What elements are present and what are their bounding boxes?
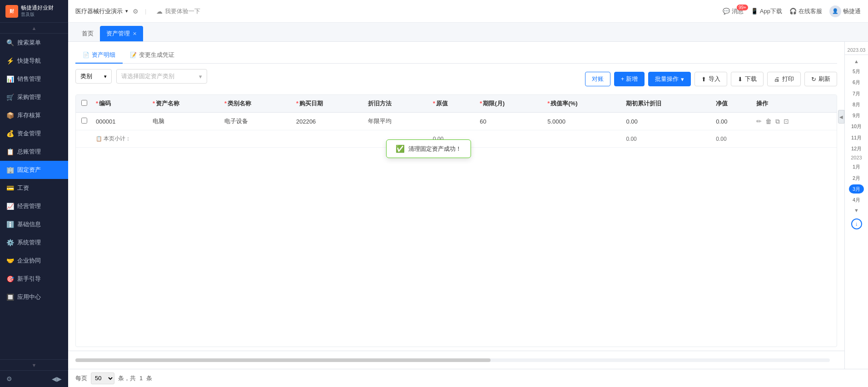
sidebar-item-fixedassets[interactable]: 🏢 固定资产 xyxy=(0,161,68,179)
panel-month-6[interactable]: 6月 xyxy=(845,77,868,88)
panel-month-11[interactable]: 11月 xyxy=(845,132,868,143)
panel-month-7[interactable]: 7月 xyxy=(845,88,868,99)
add-new-button[interactable]: + 新增 xyxy=(614,72,645,86)
sidebar-item-basicinfo[interactable]: ℹ️ 基础信息 xyxy=(0,215,68,233)
table-footer xyxy=(68,351,844,369)
category-input[interactable]: 请选择固定资产类别 ▾ xyxy=(116,69,207,84)
delete-icon[interactable]: 🗑 xyxy=(765,118,772,125)
panel-month-8[interactable]: 8月 xyxy=(845,99,868,110)
panel-month-9[interactable]: 9月 xyxy=(845,110,868,121)
sidebar-item-label: 固定资产 xyxy=(17,166,41,174)
sidebar-footer: ⚙ ◀▶ xyxy=(0,370,68,387)
sidebar-item-label: 搜索菜单 xyxy=(17,39,41,47)
app-download-button[interactable]: 📱 App下载 xyxy=(751,7,782,15)
appcenter-icon: 🔲 xyxy=(6,293,14,301)
detail-icon: 📄 xyxy=(83,52,89,58)
more-icon[interactable]: ⊡ xyxy=(784,118,789,125)
main-area: 医疗器械行业演示 ▾ ⚙ | ☁ 我要体验一下 💬 消息 99+ 📱 App下载… xyxy=(68,0,868,387)
tab-home[interactable]: 首页 xyxy=(75,26,100,41)
subtotal-net-value: 0.00 xyxy=(712,130,752,148)
cell-net-value: 0.00 xyxy=(712,113,752,130)
toolbar: 类别 ▾ 请选择固定资产类别 ▾ 对账 + 新增 xyxy=(75,69,837,89)
user-menu[interactable]: 👤 畅捷通 xyxy=(829,5,861,17)
panel-action-icon[interactable]: ↓ xyxy=(851,218,862,229)
chevron-down-icon: ▾ xyxy=(125,8,128,14)
service-icon: 🎧 xyxy=(789,8,797,15)
settings-icon[interactable]: ⚙ xyxy=(6,375,12,382)
collapse-icon[interactable]: ◀▶ xyxy=(52,375,62,382)
sidebar-item-payroll[interactable]: 💳 工资 xyxy=(0,179,68,197)
panel-down-arrow[interactable]: ▼ xyxy=(852,206,861,215)
per-page-select[interactable]: 50 100 200 xyxy=(91,372,114,384)
edition-label: 普及版 xyxy=(21,11,54,18)
category-filter[interactable]: 类别 ▾ xyxy=(75,69,112,84)
inventory-icon: 📦 xyxy=(6,112,14,119)
asset-table: *编码 *资产名称 *类别名称 *购买日期 折旧方法 *原值 *期限(月) *残… xyxy=(75,94,837,347)
topbar: 医疗器械行业演示 ▾ ⚙ | ☁ 我要体验一下 💬 消息 99+ 📱 App下载… xyxy=(68,0,868,23)
reconcile-button[interactable]: 对账 xyxy=(585,72,610,86)
sidebar-item-appcenter[interactable]: 🔲 应用中心 xyxy=(0,288,68,306)
panel-month-1[interactable]: 1月 xyxy=(845,161,868,172)
panel-period-header: 2023.03 xyxy=(845,45,868,55)
panel-month-5[interactable]: 5月 xyxy=(845,66,868,77)
separator: | xyxy=(145,8,146,15)
row-checkbox-cell[interactable] xyxy=(76,113,92,130)
panel-month-2[interactable]: 2月 xyxy=(845,173,868,184)
select-all-checkbox[interactable] xyxy=(81,100,87,106)
print-button[interactable]: 🖨 打印 xyxy=(767,72,801,86)
sidebar-item-inventory[interactable]: 📦 库存核算 xyxy=(0,106,68,124)
import-icon: ⬆ xyxy=(701,76,706,83)
quicknav-icon: ⚡ xyxy=(6,57,14,64)
cell-accumulated-depreciation: 0.00 xyxy=(622,113,712,130)
col-category: *类别名称 xyxy=(221,95,293,113)
sidebar-item-finance[interactable]: 💰 资金管理 xyxy=(0,124,68,143)
sidebar-item-system[interactable]: ⚙️ 系统管理 xyxy=(0,233,68,252)
sidebar-item-search[interactable]: 🔍 搜索菜单 xyxy=(0,34,68,52)
total-unit: 条 xyxy=(146,374,152,382)
import-button[interactable]: ⬆ 导入 xyxy=(694,72,727,86)
sidebar-item-quicknav[interactable]: ⚡ 快捷导航 xyxy=(0,52,68,70)
edit-icon[interactable]: ✏ xyxy=(756,118,762,125)
message-button[interactable]: 💬 消息 99+ xyxy=(723,7,744,15)
tab-asset-management[interactable]: 资产管理 ✕ xyxy=(100,26,143,41)
online-service-button[interactable]: 🎧 在线客服 xyxy=(789,7,822,15)
col-residual-rate: *残值率(%) xyxy=(544,95,622,113)
sidebar-item-sales[interactable]: 📊 销售管理 xyxy=(0,70,68,88)
panel-month-10[interactable]: 10月 xyxy=(845,121,868,132)
filter-row: 类别 ▾ 请选择固定资产类别 ▾ xyxy=(75,69,207,84)
sidebar-item-label: 经营管理 xyxy=(17,202,41,210)
settings-icon[interactable]: ⚙ xyxy=(133,8,139,15)
panel-month-12[interactable]: 12月 xyxy=(845,143,868,154)
experience-button[interactable]: ☁ 我要体验一下 xyxy=(156,7,200,15)
sidebar-item-purchase[interactable]: 🛒 采购管理 xyxy=(0,88,68,106)
select-all-header[interactable] xyxy=(76,95,92,113)
panel-collapse-button[interactable]: ◀ xyxy=(838,110,844,124)
col-period: *期限(月) xyxy=(476,95,544,113)
cell-period: 60 xyxy=(476,113,544,130)
company-selector[interactable]: 医疗器械行业演示 ▾ xyxy=(75,7,128,15)
panel-month-3-current[interactable]: 3月 xyxy=(849,184,864,194)
cell-depreciation-method: 年限平均 xyxy=(364,113,429,130)
download-button[interactable]: ⬇ 下载 xyxy=(731,72,764,86)
chevron-down-icon: ▾ xyxy=(104,74,107,79)
row-checkbox[interactable] xyxy=(81,118,87,124)
panel-up-arrow[interactable]: ▲ xyxy=(852,57,861,66)
operations-icon: 📈 xyxy=(6,203,14,210)
avatar: 👤 xyxy=(829,5,841,17)
subtotal-label: 📋 本页小计： xyxy=(96,135,131,142)
sub-tab-change-voucher[interactable]: 📝 变更生成凭证 xyxy=(123,47,182,64)
sub-tab-asset-detail[interactable]: 📄 资产明细 xyxy=(75,47,123,64)
panel-month-4[interactable]: 4月 xyxy=(845,194,868,205)
sidebar: 财 畅捷通好业财 普及版 ▲ 🔍 搜索菜单 ⚡ 快捷导航 📊 销售管理 🛒 采购… xyxy=(0,0,68,387)
batch-ops-button[interactable]: 批量操作 ▾ xyxy=(648,72,691,86)
sidebar-item-collab[interactable]: 🤝 企业协同 xyxy=(0,252,68,270)
sidebar-item-operations[interactable]: 📈 经营管理 xyxy=(0,197,68,215)
download-icon: ⬇ xyxy=(738,76,743,83)
voucher-icon: 📝 xyxy=(130,52,137,58)
sidebar-item-guide[interactable]: 🎯 新手引导 xyxy=(0,270,68,288)
refresh-button[interactable]: ↻ 刷新 xyxy=(804,72,837,86)
copy-icon[interactable]: ⧉ xyxy=(775,118,780,125)
sidebar-item-ledger[interactable]: 📋 总账管理 xyxy=(0,143,68,161)
tab-close-icon[interactable]: ✕ xyxy=(133,31,137,37)
subtotal-accumulated: 0.00 xyxy=(622,130,712,148)
